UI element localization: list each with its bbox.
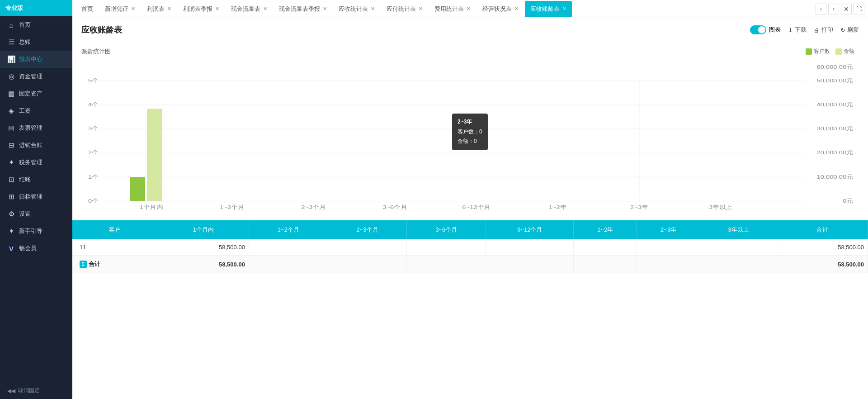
tab-ap-stats-close[interactable]: ✕ <box>419 6 423 12</box>
bar-amount-1 <box>147 109 162 201</box>
sidebar-item-closing[interactable]: ⊡ 结账 <box>0 171 72 188</box>
sidebar-item-assets[interactable]: ▦ 固定资产 <box>0 85 72 102</box>
tab-profit-quarter[interactable]: 利润表季报 ✕ <box>178 1 225 17</box>
sidebar-item-reports[interactable]: 📊 报表中心 <box>0 51 72 68</box>
legend-amount: 金额 <box>835 48 854 55</box>
sidebar-label-guide: 新手引导 <box>19 227 42 235</box>
svg-text:1个月内: 1个月内 <box>140 204 163 210</box>
tab-cashflow-quarter-close[interactable]: ✕ <box>323 6 327 12</box>
sidebar-item-invoices[interactable]: ▤ 发票管理 <box>0 119 72 137</box>
header-actions: 图表 ⬇ 下载 🖨 打印 ↻ 刷新 <box>750 25 859 34</box>
tab-profit-close[interactable]: ✕ <box>167 6 171 12</box>
sidebar-item-settings[interactable]: ⚙ 设置 <box>0 205 72 223</box>
tab-prev-button[interactable]: ‹ <box>816 4 826 14</box>
col-header-3-6m: 3~6个月 <box>407 220 486 239</box>
tab-biz-status-label: 经营状况表 <box>482 5 512 13</box>
sidebar-item-ledger[interactable]: ☰ 总账 <box>0 33 72 51</box>
cell-1-2m <box>249 239 328 256</box>
col-header-customer: 客户 <box>72 220 158 239</box>
sidebar-item-archive[interactable]: ⊞ 归档管理 <box>0 188 72 205</box>
sidebar-item-tax[interactable]: ✦ 税务管理 <box>0 154 72 171</box>
svg-text:60,000.00元: 60,000.00元 <box>816 64 853 70</box>
sidebar-item-inventory[interactable]: ⊟ 进销台账 <box>0 137 72 154</box>
total-label: Σ 合计 <box>80 260 154 268</box>
sidebar-label-closing: 结账 <box>19 176 31 184</box>
legend-customer-label: 客户数 <box>814 48 830 55</box>
tab-expand-button[interactable]: ⛶ <box>854 4 864 14</box>
tab-cashflow[interactable]: 现金流量表 ✕ <box>226 1 273 17</box>
sidebar-item-guide[interactable]: ✦ 新手引导 <box>0 223 72 240</box>
print-button[interactable]: 🖨 打印 <box>814 26 833 34</box>
total-label-cell: Σ 合计 <box>72 256 158 273</box>
chart-container: 0个 1个 2个 3个 4个 5个 0元 10,000.00元 20,000.0… <box>81 59 859 213</box>
toggle-label: 图表 <box>769 26 781 34</box>
total-1-2y <box>574 256 637 273</box>
svg-text:6~12个月: 6~12个月 <box>462 204 490 210</box>
tab-cashflow-close[interactable]: ✕ <box>263 6 267 12</box>
table-section: 客户 1个月内 1~2个月 2~3个月 3~6个月 6~12个月 1~2年 2~… <box>72 220 868 273</box>
tab-close-all-button[interactable]: ✕ <box>841 4 852 14</box>
tab-biz-status[interactable]: 经营状况表 ✕ <box>477 1 524 17</box>
tab-home[interactable]: 首页 <box>76 1 99 17</box>
tab-expense-stats-close[interactable]: ✕ <box>467 6 471 12</box>
tab-expense-stats[interactable]: 费用统计表 ✕ <box>429 1 476 17</box>
sidebar-label-assets: 固定资产 <box>19 90 42 98</box>
bar-customer-1 <box>130 177 146 201</box>
reports-icon: 📊 <box>7 55 15 63</box>
sidebar-label-home: 首页 <box>19 21 31 29</box>
tab-voucher-close[interactable]: ✕ <box>131 6 135 12</box>
table-row: 11 58,500.00 58,500.00 <box>72 239 868 256</box>
tab-ar-stats-close[interactable]: ✕ <box>371 6 375 12</box>
sidebar-item-vip[interactable]: V 畅会员 <box>0 240 72 257</box>
main-area: 首页 新增凭证 ✕ 利润表 ✕ 利润表季报 ✕ 现金流量表 ✕ 现金流量表季报 … <box>72 0 868 399</box>
total-sum: 58,500.00 <box>777 256 868 273</box>
tab-ar-aging-close[interactable]: ✕ <box>562 6 566 12</box>
tab-ar-stats-label: 应收统计表 <box>339 5 368 13</box>
tab-ar-stats[interactable]: 应收统计表 ✕ <box>333 1 380 17</box>
tab-next-button[interactable]: › <box>828 4 839 14</box>
chart-title: 账龄统计图 <box>81 48 859 56</box>
tab-profit-quarter-label: 利润表季报 <box>183 5 212 13</box>
page-title: 应收账龄表 <box>81 24 122 35</box>
svg-text:50,000.00元: 50,000.00元 <box>816 77 853 83</box>
assets-icon: ▦ <box>7 90 15 98</box>
vip-icon: V <box>7 245 15 252</box>
tab-ap-stats-label: 应付统计表 <box>387 5 416 13</box>
legend-customer-color <box>806 48 812 55</box>
tax-icon: ✦ <box>7 158 15 166</box>
svg-text:5个: 5个 <box>88 77 99 83</box>
col-header-total: 合计 <box>777 220 868 239</box>
svg-text:3个: 3个 <box>88 126 99 132</box>
tab-profit-quarter-close[interactable]: ✕ <box>215 6 219 12</box>
download-button[interactable]: ⬇ 下载 <box>788 26 807 34</box>
total-text: 合计 <box>89 260 100 268</box>
refresh-button[interactable]: ↻ 刷新 <box>840 26 859 34</box>
col-header-2-3m: 2~3个月 <box>328 220 407 239</box>
print-label: 打印 <box>821 26 833 34</box>
tab-biz-status-close[interactable]: ✕ <box>514 6 519 12</box>
toggle-switch-control[interactable] <box>750 25 766 34</box>
tab-cashflow-quarter[interactable]: 现金流量表季报 ✕ <box>274 1 332 17</box>
sidebar-item-home[interactable]: ⌂ 首页 <box>0 16 72 33</box>
table-total-row: Σ 合计 58,500.00 58,500.00 <box>72 256 868 273</box>
svg-text:10,000.00元: 10,000.00元 <box>816 174 853 180</box>
total-2-3m <box>328 256 407 273</box>
tab-profit[interactable]: 利润表 ✕ <box>142 1 177 17</box>
chart-toggle[interactable]: 图表 <box>750 25 781 34</box>
download-icon: ⬇ <box>788 27 793 33</box>
svg-text:1个: 1个 <box>88 174 99 180</box>
tab-ap-stats[interactable]: 应付统计表 ✕ <box>381 1 428 17</box>
col-header-6-12m: 6~12个月 <box>486 220 574 239</box>
tab-ar-aging[interactable]: 应收账龄表 ✕ <box>525 1 572 17</box>
payroll-icon: ◈ <box>7 107 15 115</box>
table-header-row: 客户 1个月内 1~2个月 2~3个月 3~6个月 6~12个月 1~2年 2~… <box>72 220 868 239</box>
sidebar-label-reports: 报表中心 <box>19 55 42 63</box>
total-1-2m <box>249 256 328 273</box>
col-header-1m: 1个月内 <box>158 220 249 239</box>
svg-text:2~3年: 2~3年 <box>630 204 648 210</box>
sidebar-pin-toggle[interactable]: ◀◀ 取消固定 <box>0 382 72 399</box>
tab-voucher[interactable]: 新增凭证 ✕ <box>99 1 141 17</box>
sidebar-item-payroll[interactable]: ◈ 工资 <box>0 102 72 119</box>
sidebar-item-funds[interactable]: ◎ 资金管理 <box>0 68 72 85</box>
tab-profit-label: 利润表 <box>147 5 165 13</box>
